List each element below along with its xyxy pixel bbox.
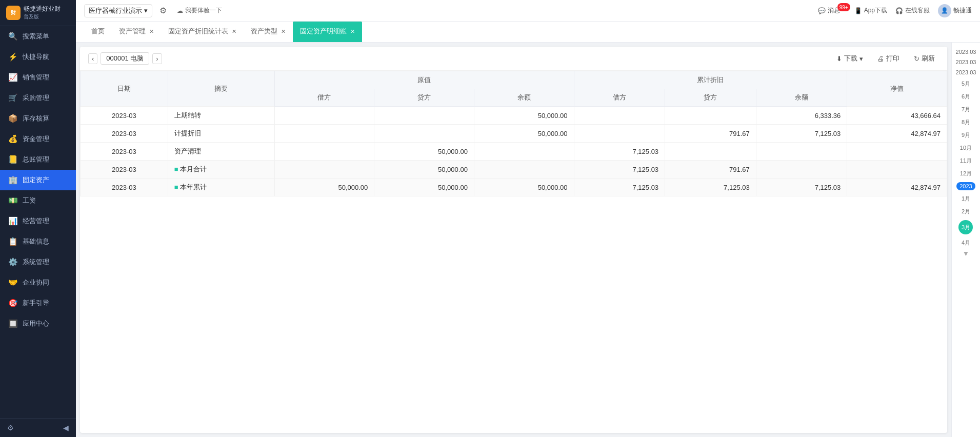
sidebar-item-quick-nav[interactable]: ⚡ 快捷导航 <box>0 47 76 67</box>
tab-asset-type-close[interactable]: ✕ <box>281 28 286 35</box>
sidebar-item-finance[interactable]: 💰 资金管理 <box>0 129 76 149</box>
rp-month-item[interactable]: 9月 <box>956 129 976 142</box>
search-icon: 🔍 <box>8 32 17 41</box>
sidebar-item-label: 应用中心 <box>23 319 49 328</box>
tab-depreciation-stats-close[interactable]: ✕ <box>232 28 236 35</box>
print-button[interactable]: 🖨 打印 <box>873 52 904 65</box>
rp-month-item[interactable]: 6月 <box>956 90 976 103</box>
tab-depreciation-stats[interactable]: 固定资产折旧统计表 ✕ <box>161 22 244 42</box>
sidebar-item-inventory[interactable]: 📦 库存核算 <box>0 108 76 129</box>
tab-asset-mgmt-close[interactable]: ✕ <box>149 28 154 35</box>
sidebar-item-label: 资金管理 <box>23 134 49 144</box>
rp-month-item[interactable]: 7月 <box>956 103 976 116</box>
experience-label: 我要体验一下 <box>185 6 222 15</box>
sidebar-item-fixed-assets[interactable]: 🏢 固定资产 <box>0 170 76 190</box>
customer-service-label: 在线客服 <box>905 6 930 15</box>
collapse-sidebar-icon[interactable]: ◀ <box>63 424 69 432</box>
tab-asset-mgmt[interactable]: 资产管理 ✕ <box>112 22 161 42</box>
sidebar-item-operations[interactable]: 📊 经营管理 <box>0 211 76 231</box>
table-row: 2023-03 计提折旧 50,000.00 791.67 7,125.03 4… <box>81 125 947 143</box>
rp-expand-icon[interactable]: ▼ <box>963 249 970 257</box>
cell-orig-credit <box>374 125 474 143</box>
experience-link[interactable]: ☁ 我要体验一下 <box>177 6 222 15</box>
cell-acc-debit: 7,125.03 <box>574 161 665 178</box>
col-accumulated-depreciation: 累计折旧 <box>574 71 847 89</box>
settings-icon[interactable]: ⚙ <box>7 424 14 432</box>
tab-asset-detail[interactable]: 固定资产明细账 ✕ <box>293 22 362 42</box>
col-summary: 摘要 <box>168 71 274 107</box>
cell-acc-balance: 6,333.36 <box>756 107 847 125</box>
summary-tag-icon: ■ <box>174 183 178 191</box>
sidebar-item-purchase[interactable]: 🛒 采购管理 <box>0 88 76 108</box>
rp-months-list: 2023.035月6月7月8月9月10月11月12月20231月2月3月4月 <box>956 67 976 249</box>
rp-month-item[interactable]: 11月 <box>956 154 976 167</box>
cell-orig-debit <box>274 125 374 143</box>
prev-asset-button[interactable]: ‹ <box>88 53 97 64</box>
rp-month-item[interactable]: 10月 <box>956 142 976 154</box>
rp-month-item[interactable]: 8月 <box>956 116 976 129</box>
rp-month-item[interactable]: 1月 <box>956 192 976 205</box>
sidebar-item-app-center[interactable]: 🔲 应用中心 <box>0 313 76 334</box>
sidebar-item-label: 工资 <box>23 196 36 205</box>
sidebar-item-enterprise[interactable]: 🤝 企业协同 <box>0 272 76 293</box>
next-asset-button[interactable]: › <box>152 53 162 64</box>
cell-net-value <box>847 161 947 178</box>
sidebar-item-label: 库存核算 <box>23 114 49 123</box>
cell-date: 2023-03 <box>81 161 168 178</box>
col-orig-debit: 借方 <box>274 89 374 107</box>
sidebar-item-label: 搜索菜单 <box>23 32 49 41</box>
customer-service-button[interactable]: 🎧 在线客服 <box>895 6 930 15</box>
sidebar-item-search[interactable]: 🔍 搜索菜单 <box>0 26 76 47</box>
cell-net-value: 43,666.64 <box>847 107 947 125</box>
sidebar-item-ledger[interactable]: 📒 总账管理 <box>0 149 76 170</box>
rp-month-item[interactable]: 2月 <box>956 205 976 218</box>
sidebar-item-payroll[interactable]: 💵 工资 <box>0 190 76 211</box>
cell-orig-debit <box>274 107 374 125</box>
tab-asset-detail-close[interactable]: ✕ <box>350 28 355 35</box>
inventory-icon: 📦 <box>8 114 17 123</box>
rp-month-header: 2023.03 <box>956 67 976 77</box>
cell-date: 2023-03 <box>81 143 168 161</box>
col-acc-balance: 余额 <box>756 89 847 107</box>
tab-asset-type[interactable]: 资产类型 ✕ <box>244 22 293 42</box>
cell-orig-debit <box>274 143 374 161</box>
message-icon: 💬 <box>818 7 826 14</box>
rp-month-item[interactable]: 12月 <box>956 167 976 180</box>
app-download-button[interactable]: 📱 App下载 <box>854 6 887 15</box>
download-button[interactable]: ⬇ 下载 ▾ <box>832 52 867 65</box>
sidebar-item-label: 企业协同 <box>23 278 49 287</box>
asset-nav: ‹ 000001 电脑 › <box>88 52 162 65</box>
settings-button[interactable]: ⚙ <box>159 6 167 15</box>
rp-month-item[interactable]: 5月 <box>956 77 976 90</box>
tab-home[interactable]: 首页 <box>84 22 112 42</box>
payroll-icon: 💵 <box>8 196 17 205</box>
rp-month-item[interactable]: 4月 <box>956 236 976 249</box>
ledger-icon: 📒 <box>8 155 17 164</box>
user-profile[interactable]: 👤 畅捷通 <box>938 4 972 17</box>
message-button[interactable]: 💬 消息 99+ <box>818 6 846 15</box>
sidebar-item-label: 经营管理 <box>23 216 49 226</box>
tabs-bar: 首页 资产管理 ✕ 固定资产折旧统计表 ✕ 资产类型 ✕ 固定资产明细账 ✕ <box>76 22 980 43</box>
experience-icon: ☁ <box>177 7 183 14</box>
cell-acc-balance <box>756 161 847 178</box>
summary-tag-icon: ■ <box>174 165 178 173</box>
cell-acc-credit <box>665 143 756 161</box>
fixed-assets-icon: 🏢 <box>8 175 17 185</box>
print-label: 打印 <box>886 54 899 63</box>
main-panel: ‹ 000001 电脑 › ⬇ 下载 ▾ 🖨 打印 ↻ <box>80 47 947 433</box>
rp-active-month[interactable]: 3月 <box>956 219 976 235</box>
finance-icon: 💰 <box>8 134 17 144</box>
sidebar-item-guide[interactable]: 🎯 新手引导 <box>0 293 76 313</box>
company-selector[interactable]: 医疗器械行业演示 ▾ <box>84 4 152 17</box>
refresh-button[interactable]: ↻ 刷新 <box>910 52 939 65</box>
sidebar-item-label: 销售管理 <box>23 73 49 82</box>
cell-orig-credit: 50,000.00 <box>374 143 474 161</box>
cell-orig-balance <box>474 143 574 161</box>
rp-year-badge[interactable]: 2023 <box>956 180 976 192</box>
sidebar-item-sales[interactable]: 📈 销售管理 <box>0 67 76 88</box>
sidebar-item-basic-info[interactable]: 📋 基础信息 <box>0 231 76 252</box>
sidebar-item-system[interactable]: ⚙️ 系统管理 <box>0 252 76 272</box>
cell-acc-debit <box>574 107 665 125</box>
ledger-table-wrapper: 日期 摘要 原值 累计折旧 净值 借方 贷方 余额 借方 贷方 余额 <box>80 71 947 433</box>
sidebar: 财 畅捷通好业财 普及版 🔍 搜索菜单 ⚡ 快捷导航 📈 销售管理 🛒 采购管理… <box>0 0 76 437</box>
